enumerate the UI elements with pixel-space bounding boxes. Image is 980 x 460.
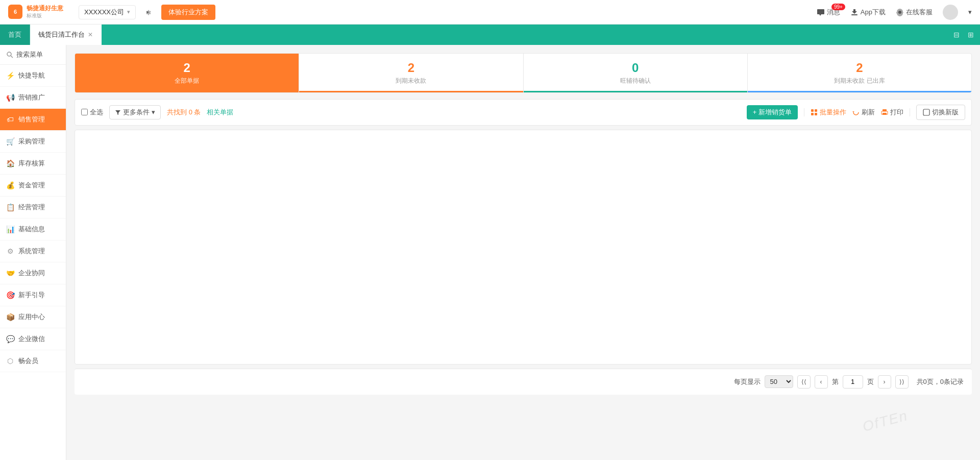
sidebar: 搜索菜单 ⚡ 快捷导航 📢 营销推广 🏷 销售管理 🛒 采购管理 🏠 库存核算 … [0, 45, 66, 460]
sidebar-item-inventory[interactable]: 🏠 库存核算 [0, 153, 66, 175]
wechat-icon: 💬 [6, 335, 14, 343]
total-records-info: 共0页，0条记录 [917, 377, 964, 386]
logo-subtitle: 标准版 [27, 12, 63, 19]
sidebar-item-finance[interactable]: 💰 资金管理 [0, 175, 66, 197]
all-count: 2 [85, 61, 288, 76]
overdue-label: 到期未收款 [309, 77, 512, 85]
experience-button[interactable]: 体验行业方案 [161, 5, 215, 20]
select-all-checkbox[interactable]: 全选 [81, 108, 103, 117]
tab-home[interactable]: 首页 [0, 25, 30, 45]
settings-button[interactable] [140, 5, 155, 20]
svg-rect-10 [883, 109, 887, 111]
status-cards: 2 全部单据 2 到期未收款 0 旺辅待确认 2 到期未收款 已出库 [75, 53, 972, 93]
prev-page-button[interactable]: ‹ [815, 375, 828, 389]
select-all-input[interactable] [81, 109, 88, 115]
svg-rect-6 [811, 109, 814, 112]
batch-label: 批量操作 [820, 108, 846, 117]
page-info-prefix: 第 [832, 377, 839, 386]
refresh-button[interactable]: 刷新 [852, 108, 875, 117]
marketing-icon: 📢 [6, 93, 14, 102]
tab-close-icon[interactable]: ✕ [88, 31, 93, 38]
found-prefix: 共找到 [167, 108, 187, 116]
enterprise-icon: 🤝 [6, 269, 14, 277]
batch-operation-button[interactable]: 批量操作 [811, 108, 846, 117]
svg-rect-11 [883, 113, 887, 115]
system-icon: ⚙ [6, 247, 14, 255]
member-icon: ⬡ [6, 357, 14, 365]
app-download-button[interactable]: App下载 [850, 8, 886, 17]
home-tab-label: 首页 [8, 30, 21, 39]
filter-button[interactable]: 更多条件 ▾ [109, 105, 161, 119]
svg-rect-12 [923, 109, 929, 115]
sidebar-item-operations[interactable]: 📋 经营管理 [0, 197, 66, 219]
toolbar-divider-1 [804, 108, 804, 116]
tab-bar: 首页 钱货日清工作台 ✕ ⊟ ⊞ [0, 25, 980, 45]
page-number-input[interactable]: 1 [843, 375, 863, 389]
company-name: XXXXXX公司 [84, 8, 124, 17]
sidebar-label-app-center: 应用中心 [18, 312, 45, 322]
logo-title: 畅捷通好生意 [27, 5, 63, 12]
tab-minimize-button[interactable]: ⊟ [951, 29, 962, 41]
per-page-select[interactable]: 50 100 200 [765, 375, 793, 388]
filter-label: 更多条件 [123, 108, 150, 117]
user-avatar[interactable] [943, 5, 958, 20]
sidebar-label-inventory: 库存核算 [18, 159, 45, 168]
sidebar-label-basic-info: 基础信息 [18, 225, 45, 234]
company-selector[interactable]: XXXXXX公司 ▾ [79, 5, 136, 19]
sidebar-item-wechat[interactable]: 💬 企业微信 [0, 328, 66, 350]
pending-label: 旺辅待确认 [534, 77, 737, 85]
pending-count: 0 [534, 61, 737, 76]
switch-version-button[interactable]: 切换新版 [916, 105, 965, 120]
last-page-button[interactable]: ⟩⟩ [895, 375, 909, 389]
overdue-count: 2 [309, 61, 512, 76]
next-page-button[interactable]: › [878, 375, 891, 389]
finance-icon: 💰 [6, 181, 14, 189]
header-right: 消息 99+ App下载 在线客服 ▾ [817, 5, 972, 20]
toolbar-left: 全选 更多条件 ▾ 共找到 0 条 相关单据 [81, 105, 233, 119]
related-records-link[interactable]: 相关单据 [207, 108, 233, 117]
sidebar-item-sales[interactable]: 🏷 销售管理 [0, 109, 66, 131]
per-page-label: 每页显示 [734, 377, 761, 386]
tab-workbench[interactable]: 钱货日清工作台 ✕ [30, 25, 102, 45]
all-label: 全部单据 [85, 77, 288, 85]
first-page-button[interactable]: ⟨⟨ [797, 375, 811, 389]
status-card-pending[interactable]: 0 旺辅待确认 [524, 54, 748, 92]
sidebar-item-basic-info[interactable]: 📊 基础信息 [0, 219, 66, 240]
sidebar-item-quick-nav[interactable]: ⚡ 快捷导航 [0, 65, 66, 87]
svg-rect-8 [811, 113, 814, 115]
svg-line-5 [11, 56, 13, 58]
status-card-all[interactable]: 2 全部单据 [75, 54, 299, 92]
sidebar-item-enterprise[interactable]: 🤝 企业协同 [0, 262, 66, 284]
sidebar-item-system[interactable]: ⚙ 系统管理 [0, 240, 66, 262]
logo-area: 6 畅捷通好生意 标准版 [8, 5, 75, 19]
message-button[interactable]: 消息 99+ [817, 8, 840, 17]
svg-point-3 [898, 11, 901, 14]
sidebar-search[interactable]: 搜索菜单 [0, 45, 66, 65]
status-card-overdue[interactable]: 2 到期未收款 [299, 54, 523, 92]
sidebar-item-member[interactable]: ⬡ 畅会员 [0, 350, 66, 372]
user-name[interactable]: ▾ [968, 8, 972, 16]
online-service-button[interactable]: 在线客服 [896, 8, 933, 17]
chevron-down-icon: ▾ [127, 9, 130, 15]
sidebar-label-operations: 经营管理 [18, 203, 45, 212]
sidebar-item-purchase[interactable]: 🛒 采购管理 [0, 131, 66, 153]
sidebar-item-marketing[interactable]: 📢 营销推广 [0, 87, 66, 109]
sidebar-item-app-center[interactable]: 📦 应用中心 [0, 306, 66, 328]
shipped-indicator [748, 91, 971, 92]
print-button[interactable]: 打印 [881, 108, 903, 117]
tab-maximize-button[interactable]: ⊞ [966, 29, 976, 41]
found-unit: 条 [194, 108, 201, 116]
svg-point-4 [7, 52, 11, 56]
toolbar-right: + 新增销货单 批量操作 刷新 打印 切换新版 [747, 105, 965, 120]
select-all-label: 全选 [90, 108, 103, 117]
svg-rect-9 [815, 113, 817, 115]
sidebar-label-wechat: 企业微信 [18, 334, 45, 344]
main-content: 2 全部单据 2 到期未收款 0 旺辅待确认 2 到期未收款 已出库 全选 [66, 45, 980, 460]
shipped-count: 2 [758, 61, 961, 76]
status-card-shipped[interactable]: 2 到期未收款 已出库 [748, 54, 971, 92]
new-sales-order-button[interactable]: + 新增销货单 [747, 105, 798, 119]
sidebar-item-guide[interactable]: 🎯 新手引导 [0, 284, 66, 306]
print-label: 打印 [890, 108, 903, 117]
found-text: 共找到 0 条 [167, 108, 201, 117]
sidebar-label-guide: 新手引导 [18, 290, 45, 300]
